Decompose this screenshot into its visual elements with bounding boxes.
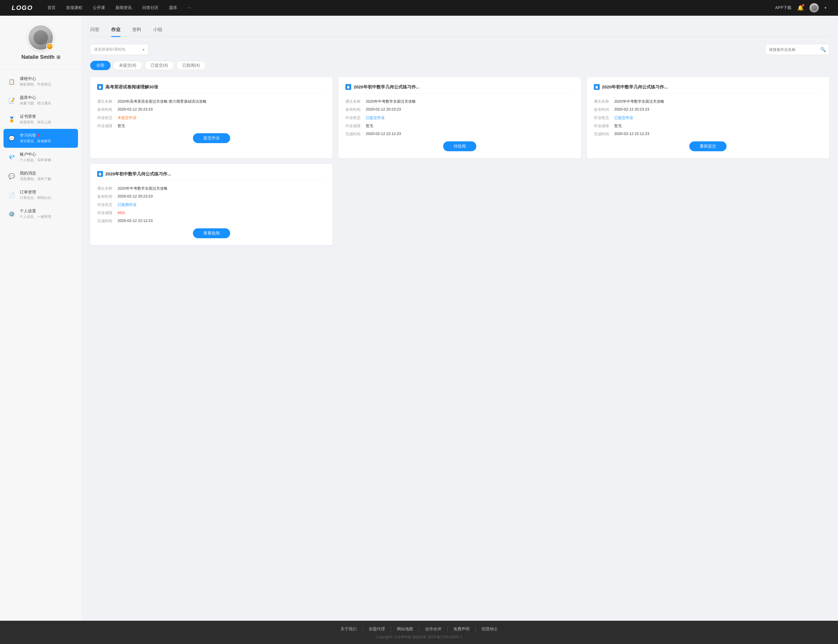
sidebar-item-learning-qa[interactable]: 💬 学习问答 课后重温、疑难解答 [3,129,78,148]
tab-homework[interactable]: 作业 [111,25,120,36]
main-layout: 🏆 Natalie Smith ⊞ 📋 课程中心 精彩课程、不容错过 📝 题库中… [0,16,838,621]
avatar-badge: 🏆 [46,43,53,50]
hw1-time-row: 发布时间 2020-02-12 20:23:23 [97,107,325,112]
learning-qa-text: 学习问答 课后重温、疑难解答 [20,133,74,144]
hw1-score-row: 作业成绩 暂无 [97,123,325,128]
sidebar-item-certificate[interactable]: 🏅 证书荣誉 收获荣誉、持证上岗 [0,110,82,129]
course-center-subtitle: 精彩课程、不容错过 [20,82,74,87]
hw3-title: 📋 2020年初中数学几何公式练习作... [594,84,822,94]
account-icon: 💎 [7,153,16,162]
hw3-score-row: 作业成绩 暂无 [594,123,822,128]
avatar-image [810,3,819,13]
search-icon[interactable]: 🔍 [820,47,826,53]
hw1-status-row: 作业状态 未提交作业 [97,115,325,120]
sidebar-item-question-bank[interactable]: 📝 题库中心 海量习题、助力通关 [0,91,82,110]
footer-recruit[interactable]: 招贤纳士 [476,626,504,632]
hw3-complete-row: 完成时间 2020-02-12 22:12:23 [594,131,822,137]
filter-all[interactable]: 全部 [90,61,110,70]
hw3-status-row: 作业状态 已提交作业 [594,115,822,120]
sidebar-item-orders[interactable]: 📄 订单管理 订单支出、明明白白 [0,186,82,204]
nav-bank[interactable]: 题库 [169,5,177,10]
nav-qa[interactable]: 问答社区 [142,5,159,10]
messages-icon: 💬 [7,172,16,181]
homework-card-1: 📋 高考英语试卷阅读理解30张 课次名称 2020年高考英语全面过关攻略-第六期… [90,77,333,158]
profile-section: 🏆 Natalie Smith ⊞ [0,25,82,69]
nav-news[interactable]: 新闻资讯 [115,5,132,10]
messages-text: 我的消息 消息通知、及时了解 [20,171,74,181]
tab-group[interactable]: 小组 [153,25,163,36]
hw2-score-row: 作业成绩 暂无 [345,123,574,128]
question-bank-icon: 📝 [7,96,16,105]
content-tabs: 问答 作业 资料 小组 [90,25,829,37]
account-title: 账户中心 [20,152,74,157]
filter-not-submitted[interactable]: 未提交(4) [113,61,142,70]
view-review-btn[interactable]: 查看批阅 [193,228,230,238]
hw3-course-row: 课次名称 2020年中考数学全面过关攻略 [594,99,822,104]
user-menu-chevron[interactable]: ▾ [825,6,826,10]
account-text: 账户中心 个人权益、实时掌握 [20,152,74,163]
logo[interactable]: LOGO [12,4,33,12]
page-footer: 关于我们 加盟代理 网站地图 合作伙伴 免费声明 招贤纳士 Copyright©… [0,621,838,644]
filter-reviewed[interactable]: 已批阅(4) [176,61,206,70]
learning-qa-subtitle: 课后重温、疑难解答 [20,139,74,144]
tab-materials[interactable]: 资料 [132,25,141,36]
pending-review-btn[interactable]: 待批阅 [443,141,477,151]
hw4-title: 📋 2020年初中数学几何公式练习作... [97,171,325,181]
learning-qa-title: 学习问答 [20,133,74,138]
orders-icon: 📄 [7,191,16,200]
sidebar-item-account[interactable]: 💎 账户中心 个人权益、实时掌握 [0,148,82,167]
course-select[interactable]: 请选择课程/课程包 ▾ [90,44,148,55]
filter-submitted[interactable]: 已提交(4) [145,61,174,70]
nav-links: 首页 发现课程 公开课 新闻资讯 问答社区 题库 ··· [48,5,775,10]
sidebar-item-course-center[interactable]: 📋 课程中心 精彩课程、不容错过 [0,72,82,91]
hw2-complete-row: 完成时间 2020-02-12 22:12:23 [345,131,574,137]
footer-about[interactable]: 关于我们 [335,626,363,632]
course-center-title: 课程中心 [20,76,74,81]
nav-more[interactable]: ··· [188,5,191,10]
tab-qa[interactable]: 问答 [90,25,100,36]
search-input[interactable] [769,48,818,52]
hw4-status-row: 作业状态 已批阅作业 [97,202,325,207]
footer-sitemap[interactable]: 网站地图 [391,626,419,632]
filters-left: 请选择课程/课程包 ▾ [90,44,148,55]
course-select-placeholder: 请选择课程/课程包 [94,47,125,52]
certificate-text: 证书荣誉 收获荣誉、持证上岗 [20,114,74,125]
qr-icon[interactable]: ⊞ [56,54,60,60]
course-center-icon: 📋 [7,77,16,86]
messages-title: 我的消息 [20,171,74,176]
homework-card-3: 📋 2020年初中数学几何公式练习作... 课次名称 2020年中考数学全面过关… [587,77,829,158]
footer-partner[interactable]: 合作伙伴 [419,626,447,632]
qa-notification-dot [37,135,39,137]
hw4-icon: 📋 [97,171,103,177]
notification-dot [802,4,804,7]
sidebar-menu: 📋 课程中心 精彩课程、不容错过 📝 题库中心 海量习题、助力通关 🏅 证书荣誉 [0,69,82,226]
nav-right: APP下载 🔔 ▾ [775,3,826,13]
submit-homework-btn[interactable]: 提交作业 [193,133,230,143]
hw4-course-row: 课次名称 2020年中考数学全面过关攻略 [97,186,325,191]
hw2-footer: 待批阅 [345,141,574,151]
sidebar-item-settings[interactable]: ⚙️ 个人设置 个人信息、一键管理 [0,204,82,223]
hw4-complete-row: 完成时间 2020-02-12 22:12:23 [97,219,325,224]
app-download-link[interactable]: APP下载 [775,5,792,10]
hw1-title: 📋 高考英语试卷阅读理解30张 [97,84,325,94]
orders-title: 订单管理 [20,190,74,195]
sidebar-item-messages[interactable]: 💬 我的消息 消息通知、及时了解 [0,167,82,186]
notification-bell[interactable]: 🔔 [797,5,803,11]
nav-courses[interactable]: 发现课程 [66,5,82,10]
nav-home[interactable]: 首页 [48,5,56,10]
settings-icon: ⚙️ [7,209,16,219]
filters-row: 请选择课程/课程包 ▾ 🔍 [90,44,829,55]
hw3-footer: 重新提交 [594,141,822,151]
question-bank-text: 题库中心 海量习题、助力通关 [20,95,74,106]
top-navigation: LOGO 首页 发现课程 公开课 新闻资讯 问答社区 题库 ··· APP下载 … [0,0,838,16]
nav-open[interactable]: 公开课 [93,5,105,10]
settings-title: 个人设置 [20,209,74,214]
course-center-text: 课程中心 精彩课程、不容错过 [20,76,74,87]
resubmit-btn[interactable]: 重新提交 [689,141,726,151]
footer-franchise[interactable]: 加盟代理 [363,626,391,632]
settings-text: 个人设置 个人信息、一键管理 [20,209,74,219]
user-avatar-nav[interactable] [810,3,819,13]
footer-disclaimer[interactable]: 免费声明 [447,626,476,632]
question-bank-subtitle: 海量习题、助力通关 [20,101,74,106]
avatar-container: 🏆 [28,25,54,51]
